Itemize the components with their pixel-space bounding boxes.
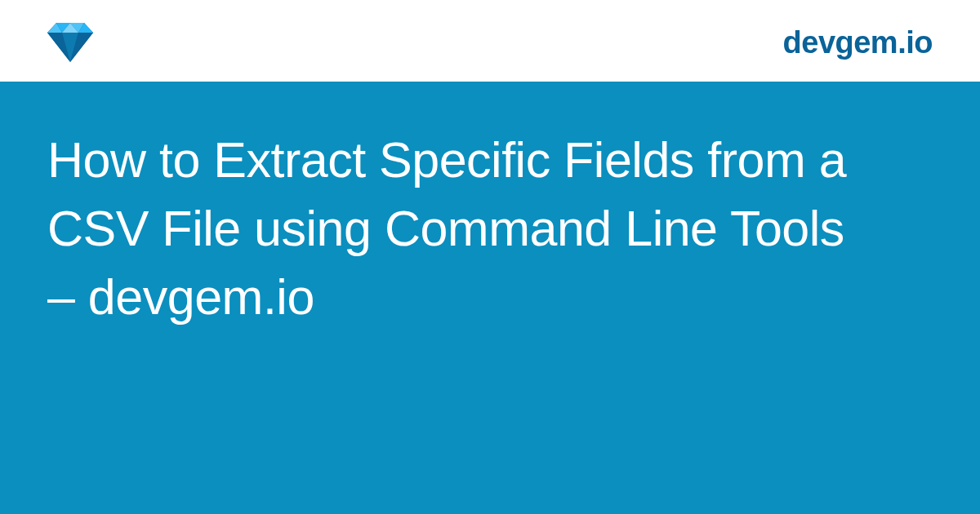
header: devgem.io	[0, 0, 980, 82]
brand-name: devgem.io	[783, 25, 933, 60]
gem-icon	[47, 23, 93, 62]
hero-section: How to Extract Specific Fields from a CS…	[0, 82, 980, 514]
page-title: How to Extract Specific Fields from a CS…	[47, 126, 848, 332]
